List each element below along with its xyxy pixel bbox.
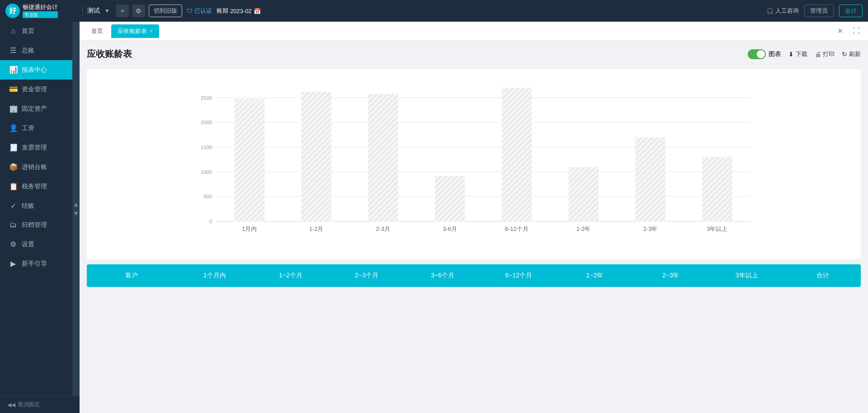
table-header-cell: 3年以上 — [709, 264, 785, 287]
sidebar-item-ledger[interactable]: ☰总账 — [0, 41, 72, 60]
expand-tab-button[interactable]: ⛶ — [850, 25, 863, 38]
svg-text:1500: 1500 — [201, 144, 212, 150]
sidebar-item-label: 发票管理 — [22, 144, 47, 152]
sidebar-item-funds[interactable]: 💳资金管理 — [0, 80, 72, 99]
sidebar-item-label: 首页 — [22, 27, 34, 35]
page-header: 应收账龄表 图表 ⬇ 下载 🖨 — [87, 48, 861, 60]
pin-icon: ◀◀ — [7, 402, 15, 408]
print-icon: 🖨 — [815, 51, 821, 58]
user-button[interactable]: 管理员 — [804, 5, 834, 17]
tab-close-button[interactable]: × — [150, 28, 153, 34]
svg-rect-30 — [502, 88, 532, 221]
refresh-button[interactable]: ↻ 刷新 — [842, 50, 861, 58]
refresh-icon: ↻ — [842, 51, 847, 58]
svg-text:500: 500 — [203, 193, 212, 199]
svg-rect-32 — [569, 167, 599, 221]
sidebar-item-label: 工资 — [22, 124, 34, 132]
sidebar-item-reports[interactable]: 📊报表中心 — [0, 60, 72, 80]
old-version-button[interactable]: 切到旧版 — [149, 5, 182, 17]
home-icon: ⌂ — [9, 27, 17, 35]
sidebar-item-label: 资金管理 — [22, 85, 47, 94]
add-button[interactable]: ＋ — [116, 5, 129, 17]
sidebar-scroll-controls: ▲ ▼ — [72, 22, 80, 396]
sidebar-item-salary[interactable]: 👤工资 — [0, 118, 72, 138]
main-layout: ⌂首页☰总账📊报表中心💳资金管理🏢固定资产👤工资🧾发票管理📦进销台账📋税务管理✓… — [0, 22, 868, 413]
print-button[interactable]: 🖨 打印 — [815, 50, 835, 58]
calendar-icon[interactable]: 📅 — [254, 8, 261, 14]
toggle-track[interactable] — [748, 49, 766, 59]
svg-text:3年以上: 3年以上 — [707, 226, 727, 232]
role-button[interactable]: 会计 — [839, 5, 863, 17]
download-button[interactable]: ⬇ 下载 — [788, 50, 807, 58]
archive-icon: 🗂 — [9, 221, 17, 229]
logo-area: 好 畅捷通好会计 专业版 — [5, 4, 78, 18]
invoice-icon: 🧾 — [9, 143, 17, 152]
tab-home[interactable]: 首页 — [85, 24, 109, 38]
svg-text:1月内: 1月内 — [242, 226, 257, 232]
service-button[interactable]: 🎧 人工咨询 — [766, 7, 799, 15]
scroll-up-button[interactable]: ▲ — [73, 201, 79, 208]
sidebar-item-label: 归档管理 — [22, 221, 47, 229]
svg-rect-24 — [301, 92, 331, 221]
sidebar-item-settings[interactable]: ⚙设置 — [0, 235, 72, 254]
svg-rect-28 — [435, 176, 465, 221]
tab-accounts-aging[interactable]: 应收账龄表 × — [111, 24, 159, 38]
topbar: 好 畅捷通好会计 专业版 测试 ▼ ＋ ⚙ 切到旧版 🛡 已认证 账期 2023… — [0, 0, 868, 22]
chart-card: 05001000150020002500 1月内1-2月2-3月3-6月6-12… — [87, 69, 861, 259]
sidebar-item-archive[interactable]: 🗂归档管理 — [0, 216, 72, 235]
logo-text: 畅捷通好会计 专业版 — [23, 4, 58, 18]
sidebar-item-label: 结账 — [22, 202, 34, 210]
svg-text:0: 0 — [209, 218, 212, 224]
page-header-actions: 图表 ⬇ 下载 🖨 打印 ↻ 刷新 — [748, 49, 861, 59]
table-header-cell: 2~3个月 — [329, 264, 405, 287]
svg-text:2500: 2500 — [201, 95, 212, 101]
cancel-fixed-button[interactable]: ◀◀ 取消固定 — [0, 396, 80, 413]
sidebar-item-closing[interactable]: ✓结账 — [0, 196, 72, 216]
scroll-down-button[interactable]: ▼ — [73, 210, 79, 217]
topbar-divider — [82, 5, 83, 16]
svg-text:2000: 2000 — [201, 119, 212, 125]
table-header-cell: 2~3年 — [633, 264, 709, 287]
guide-icon: ▶ — [9, 259, 17, 268]
logo-icon: 好 — [5, 4, 20, 18]
ledger-icon: ☰ — [9, 46, 17, 55]
sidebar-item-label: 设置 — [22, 240, 34, 249]
topbar-actions: ＋ ⚙ 切到旧版 — [116, 5, 182, 17]
svg-text:6-12个月: 6-12个月 — [505, 226, 528, 232]
sidebar-item-inventory[interactable]: 📦进销台账 — [0, 157, 72, 177]
toggle-thumb — [757, 50, 765, 58]
certified-icon: 🛡 — [187, 8, 193, 14]
table-card: 客户1个月内1~2个月2~3个月3~6个月6~12个月1~2年2~3年3年以上合… — [87, 264, 861, 287]
tax-icon: 📋 — [9, 182, 17, 191]
table-header-cell: 1~2个月 — [253, 264, 329, 287]
settings-button[interactable]: ⚙ — [132, 5, 145, 17]
chart-toggle[interactable]: 图表 — [748, 49, 781, 59]
content-area: 首页 应收账龄表 × ✕ ⛶ 应收账龄表 — [80, 22, 868, 413]
table-header-cell: 1~2年 — [557, 264, 632, 287]
sidebar-item-assets[interactable]: 🏢固定资产 — [0, 99, 72, 118]
svg-rect-34 — [635, 137, 665, 221]
sidebar-item-tax[interactable]: 📋税务管理 — [0, 177, 72, 196]
sidebar-item-label: 报表中心 — [22, 66, 47, 74]
sidebar-item-invoice[interactable]: 🧾发票管理 — [0, 138, 72, 157]
page-title: 应收账龄表 — [87, 48, 132, 60]
certified-badge: 🛡 已认证 — [187, 7, 212, 15]
close-tab-button[interactable]: ✕ — [834, 25, 846, 38]
inventory-icon: 📦 — [9, 163, 17, 171]
chart-container: 05001000150020002500 1月内1-2月2-3月3-6月6-12… — [96, 78, 852, 250]
table-header-cell: 客户 — [87, 264, 177, 287]
sidebar: ⌂首页☰总账📊报表中心💳资金管理🏢固定资产👤工资🧾发票管理📦进销台账📋税务管理✓… — [0, 22, 80, 413]
salary-icon: 👤 — [9, 124, 17, 132]
sidebar-item-label: 总账 — [22, 47, 34, 55]
sidebar-item-guide[interactable]: ▶新手引导 — [0, 254, 72, 273]
download-icon: ⬇ — [788, 51, 794, 58]
sidebar-item-home[interactable]: ⌂首页 — [0, 22, 72, 41]
topbar-right: 🎧 人工咨询 管理员 会计 — [766, 5, 863, 17]
svg-text:1-2月: 1-2月 — [309, 226, 323, 232]
funds-icon: 💳 — [9, 85, 17, 94]
svg-rect-36 — [702, 157, 732, 221]
table-header-cell: 合计 — [785, 264, 861, 287]
sidebar-inner: ⌂首页☰总账📊报表中心💳资金管理🏢固定资产👤工资🧾发票管理📦进销台账📋税务管理✓… — [0, 22, 80, 396]
period-display: 账期 2023-02 📅 — [217, 7, 261, 15]
company-dropdown-arrow[interactable]: ▼ — [104, 8, 110, 14]
